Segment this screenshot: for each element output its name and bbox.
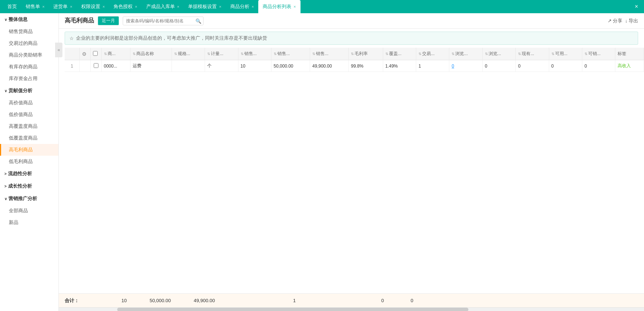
col-header-views2[interactable]: ⇅浏览... <box>482 48 515 60</box>
export-icon: ↓ <box>625 18 628 23</box>
nav-tab-商品分析列表[interactable]: 商品分析列表× <box>258 0 300 13</box>
table-row: 10000...运费个1050,000.0049,900.0099.8%1.49… <box>65 60 644 72</box>
footer-cell-2: 49,900.00 <box>175 298 219 303</box>
bottom-scrollbar[interactable] <box>59 307 644 311</box>
tip-bar: ☆ 企业的主要的利润都是这部分商品创造的，可考虑加大推广，同时关注库存是不要出现… <box>65 32 638 45</box>
filter-recent-month-button[interactable]: 近一月 <box>98 16 119 25</box>
col-header-tradeCount[interactable]: ⇅交易... <box>416 48 449 60</box>
header-actions: ↗ 分享 ↓ 导出 <box>608 18 638 24</box>
cell-coverage: 1.49% <box>383 60 416 72</box>
sort-icon: ⇅ <box>312 52 315 56</box>
col-header-available[interactable]: ⇅可用... <box>549 48 582 60</box>
sidebar-item-有库存的商品[interactable]: 有库存的商品 <box>0 61 58 73</box>
cell-gear[interactable] <box>79 60 90 72</box>
share-button[interactable]: ↗ 分享 <box>608 18 622 24</box>
cell-saleProfit: 49,900.00 <box>310 60 349 72</box>
footer-cell-0: 10 <box>86 298 130 303</box>
col-header-unit[interactable]: ⇅计量... <box>205 48 238 60</box>
cell-checkbox[interactable] <box>90 60 101 72</box>
cell-tradeCount: 1 <box>416 60 449 72</box>
tip-icon: ☆ <box>69 36 74 41</box>
nav-tab-商品分析[interactable]: 商品分析× <box>226 0 258 13</box>
col-header-gear: ⚙ <box>79 48 90 60</box>
close-all-button[interactable]: × <box>632 3 641 10</box>
col-header-spec[interactable]: ⇅规格... <box>172 48 205 60</box>
content-area: 高毛利商品 近一月 🔍 ↗ 分享 ↓ 导出 ☆ 企业的主要的利润都是这部分商品创… <box>59 13 644 311</box>
cell-saleAmt: 50,000.00 <box>271 60 310 72</box>
sort-icon: ⇅ <box>518 52 521 56</box>
tab-close-icon[interactable]: × <box>219 4 221 9</box>
cell-spec <box>172 60 205 72</box>
export-button[interactable]: ↓ 导出 <box>625 18 638 24</box>
sidebar-item-低覆盖度商品[interactable]: 低覆盖度商品 <box>0 132 58 144</box>
nav-tab-销售单[interactable]: 销售单× <box>21 0 49 13</box>
footer-cell-1: 50,000.00 <box>130 298 175 303</box>
sidebar-item-低毛利商品[interactable]: 低毛利商品 <box>0 156 58 167</box>
nav-tab-产成品入库单[interactable]: 产成品入库单× <box>142 0 184 13</box>
sort-icon: ⇅ <box>418 52 421 56</box>
tab-close-icon[interactable]: × <box>177 4 179 9</box>
tab-close-icon[interactable]: × <box>102 4 105 9</box>
nav-tab-角色授权[interactable]: 角色授权× <box>109 0 141 13</box>
table-wrapper[interactable]: ⚙⇅商...⇅商品名称⇅规格...⇅计量...⇅销售...⇅销售...⇅销售..… <box>65 48 644 293</box>
gear-icon[interactable]: ⚙ <box>82 51 87 57</box>
footer-cell-4 <box>248 298 277 303</box>
col-header-grossRate[interactable]: ⇅毛利率 <box>349 48 383 60</box>
footer-cell-8: 0 <box>358 298 388 303</box>
sort-icon: ⇅ <box>174 52 177 56</box>
nav-tab-首页[interactable]: 首页 <box>3 0 21 13</box>
col-header-stock[interactable]: ⇅现有... <box>516 48 549 60</box>
tab-close-icon[interactable]: × <box>252 4 254 9</box>
sidebar-item-高价值商品[interactable]: 高价值商品 <box>0 97 58 109</box>
sidebar: ∨整体信息销售货商品交易过的商品商品分类助销率有库存的商品库存资金占用∨贡献值分… <box>0 13 59 311</box>
sidebar-item-交易过的商品[interactable]: 交易过的商品 <box>0 37 58 49</box>
sidebar-group-营销推广分析[interactable]: ∨营销推广分析 <box>0 192 58 205</box>
main-layout: ∨整体信息销售货商品交易过的商品商品分类助销率有库存的商品库存资金占用∨贡献值分… <box>0 13 644 311</box>
row-checkbox[interactable] <box>94 63 98 68</box>
sidebar-item-高覆盖度商品[interactable]: 高覆盖度商品 <box>0 120 58 132</box>
sidebar-group-流趋性分析[interactable]: >流趋性分析 <box>0 167 58 180</box>
cell-code: 0000... <box>101 60 130 72</box>
tab-close-icon[interactable]: × <box>294 4 296 9</box>
cell-num: 1 <box>65 60 79 72</box>
search-icon[interactable]: 🔍 <box>195 18 201 23</box>
sidebar-item-商品分类助销率[interactable]: 商品分类助销率 <box>0 49 58 61</box>
col-header-views1[interactable]: ⇅浏览... <box>449 48 482 60</box>
col-header-coverage[interactable]: ⇅覆盖... <box>383 48 416 60</box>
col-header-saleQty[interactable]: ⇅销售... <box>238 48 271 60</box>
group-arrow-icon: ∨ <box>4 18 7 22</box>
content-header: 高毛利商品 近一月 🔍 ↗ 分享 ↓ 导出 <box>59 13 644 29</box>
tab-close-icon[interactable]: × <box>135 4 137 9</box>
sidebar-group-成长性分析[interactable]: >成长性分析 <box>0 180 58 192</box>
col-header-salable[interactable]: ⇅可销... <box>582 48 615 60</box>
sidebar-item-库存资金占用[interactable]: 库存资金占用 <box>0 73 58 84</box>
col-header-saleAmt[interactable]: ⇅销售... <box>271 48 310 60</box>
col-header-name[interactable]: ⇅商品名称 <box>130 48 172 60</box>
footer-cell-5: 1 <box>277 298 299 303</box>
select-all-checkbox[interactable] <box>93 51 98 56</box>
sidebar-item-全部商品[interactable]: 全部商品 <box>0 205 58 217</box>
nav-tab-权限设置[interactable]: 权限设置× <box>77 0 109 13</box>
sort-icon: ⇅ <box>104 52 107 56</box>
tab-close-icon[interactable]: × <box>42 4 44 9</box>
data-table: ⚙⇅商...⇅商品名称⇅规格...⇅计量...⇅销售...⇅销售...⇅销售..… <box>65 48 644 72</box>
sidebar-item-高毛利商品[interactable]: 高毛利商品 <box>0 144 58 156</box>
footer-cell-6 <box>299 298 329 303</box>
col-header-saleProfit[interactable]: ⇅销售... <box>310 48 349 60</box>
sort-icon: ⇅ <box>485 52 488 56</box>
nav-tab-单据模板设置[interactable]: 单据模板设置× <box>184 0 226 13</box>
scrollbar-thumb[interactable] <box>117 308 468 311</box>
search-input[interactable] <box>123 17 204 25</box>
sidebar-item-低价值商品[interactable]: 低价值商品 <box>0 109 58 120</box>
sidebar-item-新品[interactable]: 新品 <box>0 217 58 228</box>
footer-cells: 1050,000.0049,900.00100 <box>86 298 446 303</box>
sidebar-collapse-button[interactable]: « <box>55 43 62 57</box>
col-header-code[interactable]: ⇅商... <box>101 48 130 60</box>
sidebar-item-销售货商品[interactable]: 销售货商品 <box>0 26 58 37</box>
nav-tab-进货单[interactable]: 进货单× <box>49 0 76 13</box>
col-header-tag: 标签 <box>615 48 644 60</box>
sidebar-group-整体信息[interactable]: ∨整体信息 <box>0 13 58 26</box>
sidebar-group-贡献值分析[interactable]: ∨贡献值分析 <box>0 84 58 97</box>
cell-views1[interactable]: 0 <box>449 60 482 72</box>
tab-close-icon[interactable]: × <box>70 4 72 9</box>
